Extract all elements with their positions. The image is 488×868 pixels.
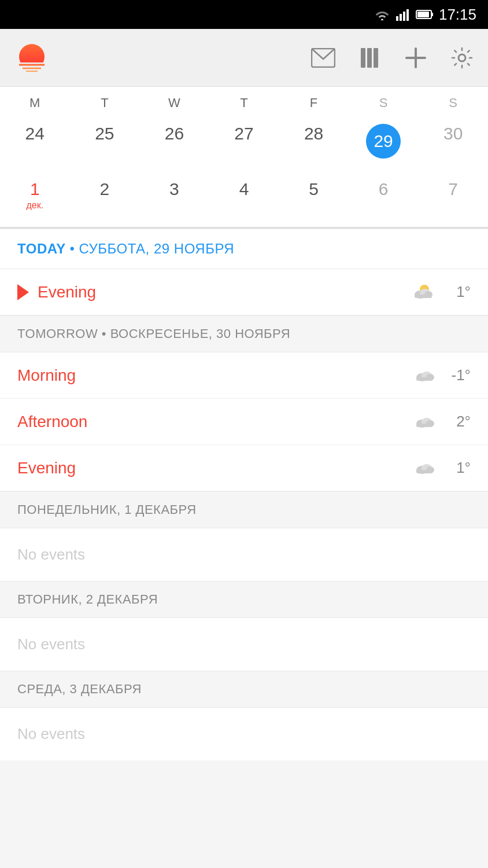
monday-section-header: ПОНЕДЕЛЬНИК, 1 ДЕКАБРЯ <box>0 491 488 528</box>
cloudy-icon-2 <box>413 413 436 431</box>
toolbar <box>0 29 488 87</box>
tomorrow-afternoon-weather: 2° <box>413 413 471 431</box>
tomorrow-label: TOMORROW • ВОСКРЕСЕНЬЕ, 30 НОЯБРЯ <box>17 326 290 341</box>
tuesday-no-events-label: No events <box>17 635 85 653</box>
svg-rect-23 <box>415 295 432 298</box>
sunrise-icon <box>14 41 49 75</box>
date-6[interactable]: 6 <box>349 175 419 215</box>
svg-rect-35 <box>416 470 432 473</box>
next-week-row: 1 дек. 2 3 4 5 6 7 <box>0 172 488 228</box>
date-29-today[interactable]: 29 <box>349 119 419 163</box>
weekday-t2: T <box>209 93 279 113</box>
tomorrow-afternoon-label: Afternoon <box>17 413 413 431</box>
tuesday-section-header: ВТОРНИК, 2 ДЕКАБРЯ <box>0 581 488 618</box>
today-evening-temp: 1° <box>442 283 471 301</box>
status-bar: 17:15 <box>0 0 488 29</box>
date-25[interactable]: 25 <box>70 119 140 163</box>
tomorrow-evening-temp: 1° <box>442 459 471 477</box>
wifi-icon <box>374 8 390 21</box>
partly-cloudy-icon <box>410 282 436 302</box>
weekday-s2: S <box>418 93 488 113</box>
today-dot: • СУББОТА, 29 НОЯБРЯ <box>70 241 235 256</box>
event-arrow-icon <box>17 284 29 300</box>
svg-rect-6 <box>417 12 429 17</box>
svg-rect-5 <box>431 13 433 16</box>
svg-rect-1 <box>400 14 402 21</box>
tomorrow-morning-temp: -1° <box>442 366 471 384</box>
cloudy-icon-3 <box>413 459 436 477</box>
calendar-header: M T W T F S S 24 25 26 27 28 29 30 1 дек… <box>0 87 488 229</box>
current-week-row: 24 25 26 27 28 29 30 <box>0 116 488 172</box>
cloudy-icon-1 <box>413 367 436 384</box>
today-evening-label: Evening <box>38 283 410 301</box>
date-3[interactable]: 3 <box>139 175 209 215</box>
tomorrow-evening-label: Evening <box>17 459 413 477</box>
weekday-row: M T W T F S S <box>0 87 488 116</box>
settings-button[interactable] <box>448 43 476 72</box>
monday-no-events: No events <box>0 528 488 581</box>
today-section-header: TODAY • СУББОТА, 29 НОЯБРЯ <box>0 229 488 269</box>
wednesday-no-events: No events <box>0 708 488 760</box>
tomorrow-morning-weather: -1° <box>413 366 471 384</box>
tomorrow-evening-event[interactable]: Evening 1° <box>0 445 488 491</box>
tomorrow-afternoon-event[interactable]: Afternoon 2° <box>0 399 488 445</box>
wednesday-no-events-label: No events <box>17 725 85 742</box>
tuesday-no-events: No events <box>0 618 488 671</box>
svg-rect-31 <box>416 424 432 427</box>
dec-label: дек. <box>0 200 70 211</box>
battery-icon <box>416 9 434 20</box>
date-30[interactable]: 30 <box>418 119 488 163</box>
today-evening-event[interactable]: Evening 1° <box>0 269 488 315</box>
mail-button[interactable] <box>309 43 338 72</box>
date-1-dec[interactable]: 1 дек. <box>0 175 70 215</box>
app-logo <box>12 38 52 78</box>
view-button[interactable] <box>355 43 384 72</box>
svg-rect-13 <box>361 48 365 68</box>
svg-rect-27 <box>416 377 432 381</box>
weekday-t1: T <box>70 93 140 113</box>
event-list: TODAY • СУББОТА, 29 НОЯБРЯ Evening 1° TO… <box>0 229 488 760</box>
tomorrow-afternoon-temp: 2° <box>442 413 471 431</box>
today-evening-weather: 1° <box>410 282 471 302</box>
tomorrow-morning-event[interactable]: Morning -1° <box>0 352 488 399</box>
weekday-s1: S <box>349 93 419 113</box>
add-button[interactable] <box>401 43 430 72</box>
weekday-f: F <box>279 93 349 113</box>
date-27[interactable]: 27 <box>209 119 279 163</box>
weekday-m: M <box>0 93 70 113</box>
svg-point-18 <box>459 54 465 61</box>
status-time: 17:15 <box>439 6 476 24</box>
tuesday-label: ВТОРНИК, 2 ДЕКАБРЯ <box>17 592 158 606</box>
date-4[interactable]: 4 <box>209 175 279 215</box>
wednesday-section-header: СРЕДА, 3 ДЕКАБРЯ <box>0 671 488 708</box>
tomorrow-section-header: TOMORROW • ВОСКРЕСЕНЬЕ, 30 НОЯБРЯ <box>0 315 488 352</box>
svg-rect-2 <box>403 12 405 21</box>
today-circle: 29 <box>366 124 401 159</box>
date-24[interactable]: 24 <box>0 119 70 163</box>
tomorrow-morning-label: Morning <box>17 366 413 385</box>
svg-rect-14 <box>367 48 372 68</box>
date-7[interactable]: 7 <box>418 175 488 215</box>
svg-rect-3 <box>406 9 409 21</box>
date-5[interactable]: 5 <box>279 175 349 215</box>
svg-rect-0 <box>396 16 398 21</box>
date-26[interactable]: 26 <box>139 119 209 163</box>
signal-icon <box>395 8 411 21</box>
status-icons: 17:15 <box>374 6 476 24</box>
monday-no-events-label: No events <box>17 546 85 563</box>
wednesday-label: СРЕДА, 3 ДЕКАБРЯ <box>17 682 142 696</box>
weekday-w: W <box>139 93 209 113</box>
tomorrow-evening-weather: 1° <box>413 459 471 477</box>
date-28[interactable]: 28 <box>279 119 349 163</box>
svg-rect-15 <box>374 48 378 68</box>
toolbar-actions <box>309 43 476 72</box>
date-2[interactable]: 2 <box>70 175 140 215</box>
today-label: TODAY <box>17 241 66 256</box>
monday-label: ПОНЕДЕЛЬНИК, 1 ДЕКАБРЯ <box>17 502 197 517</box>
